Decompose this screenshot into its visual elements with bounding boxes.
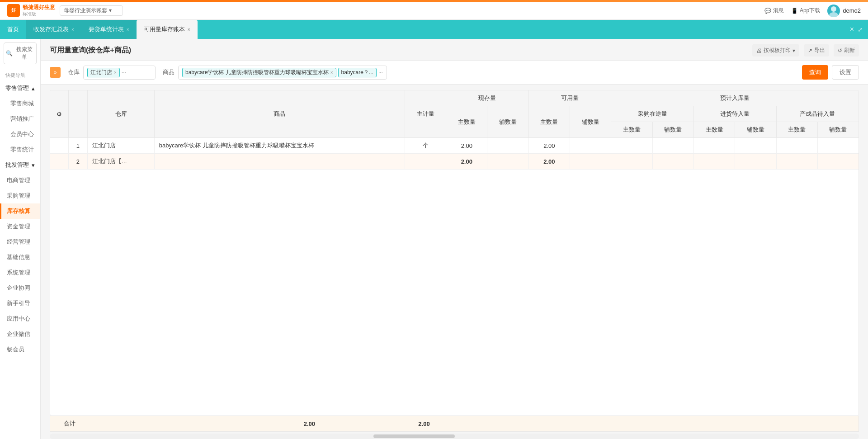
th-index [68, 90, 88, 138]
sidebar-search-area: 🔍 搜索菜单 [0, 39, 40, 68]
sidebar-item-zero-retail-label: 零售管理 [5, 84, 29, 92]
sidebar-item-finance[interactable]: 资金管理 [0, 219, 40, 234]
tab-home[interactable]: 首页 [0, 20, 26, 39]
product-filter-more[interactable]: ··· [378, 69, 383, 76]
sidebar-item-ops[interactable]: 经营管理 [0, 234, 40, 250]
row-2-product-pending-aux [817, 154, 859, 170]
sidebar-item-system[interactable]: 系统管理 [0, 265, 40, 280]
sidebar-item-member[interactable]: 会员中心 [0, 127, 40, 142]
sidebar-item-zero-retail[interactable]: 零售管理 ▴ [0, 80, 40, 96]
tab-maximize-btn[interactable]: ⤢ [858, 26, 863, 33]
sidebar-item-inventory-mgmt[interactable]: 库存核算 [0, 203, 40, 219]
user-name[interactable]: demo2 [843, 7, 861, 14]
user-area[interactable]: demo2 [827, 5, 861, 17]
settings-icon[interactable]: ⚙ [57, 111, 62, 118]
sidebar-item-retail-stats[interactable]: 零售统计 [0, 142, 40, 157]
th-purchase-onway-main: 主数量 [611, 122, 652, 138]
search-icon: 🔍 [6, 50, 13, 57]
logo-area: 好 畅捷通好生意 标准版 [7, 4, 55, 17]
sidebar-item-basic[interactable]: 基础信息 [0, 250, 40, 265]
sidebar-item-inventory-label: 库存核算 [7, 207, 30, 215]
row-2-main-unit [405, 154, 446, 170]
sidebar-item-purchase[interactable]: 采购管理 [0, 188, 40, 203]
row-2-product [154, 154, 405, 170]
tab-close-all-btn[interactable]: × [850, 25, 854, 33]
chevron-up-icon: ▴ [32, 85, 35, 92]
tab-order-label: 要货单统计表 [89, 25, 124, 33]
main-layout: 🔍 搜索菜单 快捷导航 零售管理 ▴ 零售商城 营销推广 会员中心 零售统计 批… [0, 39, 868, 439]
sidebar-item-retail-mall[interactable]: 零售商城 [0, 96, 40, 111]
row-2-warehouse: 江北门店【... [88, 154, 154, 170]
row-1-product-pending-main [776, 138, 817, 154]
warehouse-tag-close[interactable]: × [114, 70, 117, 75]
sidebar-item-enterprise[interactable]: 企业协同 [0, 280, 40, 296]
row-2-current-aux-qty [487, 154, 528, 170]
sidebar-search-button[interactable]: 🔍 搜索菜单 [4, 42, 37, 64]
tab-inventory-close[interactable]: × [188, 27, 190, 32]
product-filter-input[interactable]: babycare学饮杯 儿童防摔防撞吸管杯重力球吸嘴杯宝宝水杯 × babyca… [178, 66, 387, 80]
th-current-main-qty: 主数量 [446, 106, 487, 138]
table-body: 1 江北门店 babycare学饮杯 儿童防摔防撞吸管杯重力球吸嘴杯宝宝水杯 个… [50, 138, 859, 170]
th-available-aux-qty: 辅数量 [570, 106, 611, 138]
th-product-pending-aux: 辅数量 [817, 122, 859, 138]
tab-order[interactable]: 要货单统计表 × [81, 20, 137, 39]
print-button[interactable]: 🖨 按模板打印 ▾ [752, 44, 799, 57]
row-2-inbound-pending-aux [735, 154, 776, 170]
avatar [827, 5, 840, 17]
message-action[interactable]: 💬 消息 [764, 7, 784, 14]
expand-icon: » [54, 69, 57, 76]
tab-collect-close[interactable]: × [71, 27, 74, 32]
sidebar-item-wechat[interactable]: 企业微信 [0, 326, 40, 342]
table-row: 2 江北门店【... 2.00 2.00 [50, 154, 859, 170]
tab-collect-label: 收发存汇总表 [33, 25, 69, 33]
print-icon: 🖨 [756, 47, 762, 54]
sidebar-item-app-center[interactable]: 应用中心 [0, 311, 40, 326]
th-current-aux-qty: 辅数量 [487, 106, 528, 138]
export-button[interactable]: ↗ 导出 [804, 44, 829, 57]
refresh-label: 刷新 [844, 47, 855, 54]
product-filter-tag-2: babycare？... [338, 68, 377, 77]
row-1-product: babycare学饮杯 儿童防摔防撞吸管杯重力球吸嘴杯宝宝水杯 [154, 138, 405, 154]
industry-selector[interactable]: 母婴行业演示账套 ▾ [60, 5, 123, 16]
warehouse-filter-label: 仓库 [68, 68, 80, 76]
app-download-label: App下载 [800, 7, 820, 14]
top-bar-right: 💬 消息 📱 App下载 demo2 [764, 5, 861, 17]
warehouse-filter-input[interactable]: 江北门店 × ··· [83, 66, 156, 80]
sidebar-item-newbie[interactable]: 新手引导 [0, 296, 40, 311]
filter-expand-button[interactable]: » [50, 67, 61, 78]
th-available-group: 可用量 [528, 90, 611, 106]
tab-collect[interactable]: 收发存汇总表 × [26, 20, 81, 39]
warehouse-filter-more[interactable]: ··· [122, 69, 126, 76]
product-filter-field: 商品 babycare学饮杯 儿童防摔防撞吸管杯重力球吸嘴杯宝宝水杯 × bab… [163, 66, 387, 80]
scrollbar-thumb[interactable] [373, 434, 455, 438]
sidebar-item-batch[interactable]: 批发管理 ▾ [0, 157, 40, 173]
sidebar-item-finance-label: 资金管理 [7, 222, 30, 231]
sidebar-item-ecommerce[interactable]: 电商管理 [0, 173, 40, 188]
th-product-pending-main: 主数量 [776, 122, 817, 138]
row-2-current-main-qty: 2.00 [446, 154, 487, 170]
refresh-button[interactable]: ↺ 刷新 [834, 44, 859, 57]
tab-inventory[interactable]: 可用量库存账本 × [137, 20, 198, 39]
th-product: 商品 [154, 90, 405, 138]
row-1-warehouse: 江北门店 [88, 138, 154, 154]
setting-button[interactable]: 设置 [832, 65, 859, 80]
app-download-action[interactable]: 📱 App下载 [791, 7, 820, 14]
sidebar-search-label: 搜索菜单 [14, 46, 34, 61]
sidebar-item-member2[interactable]: 畅会员 [0, 342, 40, 357]
sidebar-item-retail-stats-label: 零售统计 [10, 146, 34, 154]
query-button[interactable]: 查询 [802, 65, 828, 80]
row-1-current-main-qty: 2.00 [446, 138, 487, 154]
sidebar-item-system-label: 系统管理 [7, 269, 30, 277]
horizontal-scrollbar[interactable] [50, 434, 859, 439]
sidebar-item-marketing[interactable]: 营销推广 [0, 111, 40, 127]
product-tag-1-close[interactable]: × [330, 70, 333, 75]
th-purchase-onway-aux: 辅数量 [652, 122, 693, 138]
chevron-down-icon-batch: ▾ [32, 162, 35, 169]
th-inbound-pending-main: 主数量 [693, 122, 735, 138]
sidebar-item-member-label: 会员中心 [10, 130, 34, 138]
tab-order-close[interactable]: × [127, 27, 129, 32]
row-1-index: 1 [68, 138, 88, 154]
content-area: 可用量查询(按仓库+商品) 🖨 按模板打印 ▾ ↗ 导出 ↺ 刷新 [41, 39, 868, 439]
row-1-inbound-pending-main [693, 138, 735, 154]
table-footer-row: 合计 2.00 2.00 [50, 416, 859, 432]
